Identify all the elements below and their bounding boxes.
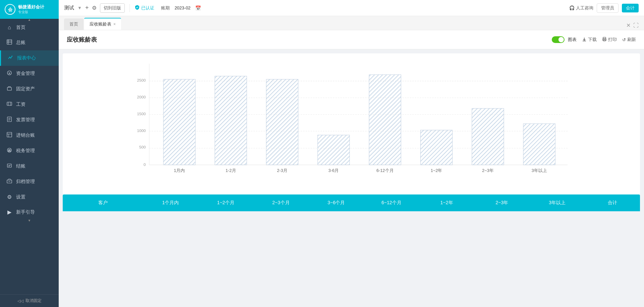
page-actions: 图表 下载 打印 ↺ 刷新: [552, 36, 636, 43]
home-icon: ⌂: [6, 25, 13, 31]
role-button[interactable]: 会计: [622, 4, 639, 12]
table-col-2-3y: 2~3年: [474, 194, 530, 211]
svg-text:¥: ¥: [8, 72, 10, 75]
sidebar-item-invoice[interactable]: 发票管理: [0, 112, 59, 128]
sidebar-label-ledger: 总账: [16, 40, 25, 46]
svg-rect-55: [421, 130, 452, 165]
content-area: 应收账龄表 图表 下载 打印: [59, 30, 644, 307]
refresh-label: 刷新: [627, 37, 636, 43]
svg-text:1000: 1000: [137, 128, 146, 133]
ledger-icon: [6, 39, 13, 46]
tab-close-button[interactable]: ✕: [626, 22, 631, 29]
asset-icon: [6, 86, 13, 92]
consult-button[interactable]: 🎧 人工咨询: [569, 5, 593, 11]
tab-home-label: 首页: [69, 21, 78, 27]
svg-point-7: [10, 58, 11, 58]
tab-aging-label: 应收账龄表: [90, 21, 111, 27]
table-header: 客户 1个月内 1~2个月 2~3个月 3~6个月 6~12个月 1~2年 2~…: [63, 194, 640, 211]
app-edition: 专业版: [18, 10, 44, 14]
chart-toggle-container: 图表: [552, 36, 577, 43]
svg-text:3年以上: 3年以上: [532, 168, 547, 173]
tab-expand-button[interactable]: ⛶: [633, 23, 639, 29]
sidebar-item-sales[interactable]: 进销台账: [0, 128, 59, 143]
consult-label: 人工咨询: [576, 5, 593, 11]
svg-rect-19: [7, 132, 12, 137]
checkout-icon: [6, 163, 13, 170]
calendar-icon[interactable]: 📅: [195, 5, 201, 11]
svg-point-6: [9, 57, 10, 57]
topbar-title: 测试: [64, 5, 74, 11]
sidebar-item-checkout[interactable]: 结账: [0, 159, 59, 174]
topbar-dropdown-button[interactable]: ▼: [77, 5, 82, 10]
app-logo-icon: 会: [5, 4, 15, 15]
tabs-bar: 首页 应收账龄表 × ✕ ⛶: [59, 16, 644, 30]
chart-toggle[interactable]: [552, 36, 565, 43]
sidebar-label-guide: 新手引导: [16, 209, 35, 215]
headset-icon: 🎧: [569, 5, 575, 10]
table-col-2-3m: 2~3个月: [253, 194, 309, 211]
sidebar-item-archive[interactable]: 归档管理: [0, 174, 59, 189]
tabs-actions: ✕ ⛶: [626, 22, 639, 30]
svg-rect-57: [472, 108, 504, 165]
settings-icon: ⚙: [6, 194, 13, 200]
sidebar-item-settings[interactable]: ⚙ 设置: [0, 189, 59, 205]
report-icon: [7, 55, 14, 61]
topbar-settings-button[interactable]: ⚙: [92, 5, 97, 11]
table-col-1m: 1个月内: [143, 194, 198, 211]
sidebar-label-report: 报表中心: [17, 55, 36, 61]
svg-rect-59: [523, 124, 555, 165]
tab-aging-close[interactable]: ×: [113, 22, 116, 27]
refresh-button[interactable]: ↺ 刷新: [622, 37, 636, 43]
main-content: 测试 ▼ + ⚙ 切到旧版 已认证 账期 2023-02 📅 🎧 人工咨询 管理…: [59, 0, 644, 307]
sidebar-item-tax[interactable]: 税 税务管理: [0, 143, 59, 159]
svg-text:1-2月: 1-2月: [225, 168, 236, 173]
sidebar-item-home[interactable]: ⌂ 首页: [0, 20, 59, 35]
sidebar-item-ledger[interactable]: 总账: [0, 35, 59, 50]
topbar-switch-button[interactable]: 切到旧版: [100, 3, 125, 13]
tab-aging[interactable]: 应收账龄表 ×: [84, 18, 121, 30]
table-col-customer: 客户: [63, 194, 143, 211]
svg-rect-11: [7, 87, 11, 90]
table-col-1-2m: 1~2个月: [198, 194, 254, 211]
svg-text:1月内: 1月内: [174, 168, 185, 173]
chart-label: 图表: [568, 37, 577, 43]
svg-text:会: 会: [8, 7, 13, 12]
svg-text:500: 500: [139, 145, 146, 149]
sidebar-item-wage[interactable]: 工资: [0, 97, 59, 112]
download-icon: [582, 37, 587, 43]
sidebar-logo: 会 畅捷通好会计 专业版: [0, 0, 59, 19]
tax-icon: 税: [6, 147, 13, 154]
svg-rect-53: [369, 75, 401, 165]
table-col-3y-plus: 3年以上: [530, 194, 585, 211]
sidebar-item-report[interactable]: 报表中心: [0, 50, 59, 66]
svg-text:6-12个月: 6-12个月: [376, 168, 393, 173]
app-name: 畅捷通好会计: [18, 4, 44, 10]
bar-chart: 0 500 1000 1500 2000 2500: [73, 60, 630, 184]
table-col-1-2y: 1~2年: [419, 194, 474, 211]
page-header: 应收账龄表 图表 下载 打印: [59, 30, 644, 49]
svg-text:3-6月: 3-6月: [328, 168, 339, 173]
sidebar: 会 畅捷通好会计 专业版 ▲ ⌂ 首页 总账 报表中心: [0, 0, 59, 307]
print-button[interactable]: 打印: [602, 37, 617, 43]
svg-rect-47: [215, 76, 247, 165]
sidebar-label-sales: 进销台账: [16, 132, 35, 138]
sidebar-item-fund[interactable]: ¥ 资金管理: [0, 66, 59, 81]
svg-text:税: 税: [8, 149, 11, 152]
sidebar-item-guide[interactable]: ▶ 新手引导: [0, 205, 59, 220]
sidebar-label-checkout: 结账: [16, 163, 25, 169]
sidebar-label-settings: 设置: [16, 194, 25, 200]
user-button[interactable]: 管理员: [597, 3, 619, 13]
table-col-total: 合计: [585, 194, 640, 211]
page-title: 应收账龄表: [67, 36, 97, 44]
sidebar-item-asset[interactable]: 固定资产: [0, 81, 59, 97]
certified-status: 已认证: [135, 5, 154, 11]
cancel-fix-button[interactable]: ◁◁ 取消固定: [0, 294, 59, 307]
svg-point-8: [12, 56, 12, 56]
topbar-add-button[interactable]: +: [85, 4, 89, 11]
svg-rect-49: [266, 79, 298, 165]
tab-home[interactable]: 首页: [64, 18, 84, 30]
unpin-icon: ◁◁: [17, 299, 23, 303]
download-button[interactable]: 下载: [582, 37, 597, 43]
svg-rect-12: [7, 102, 12, 105]
sidebar-label-wage: 工资: [16, 101, 25, 107]
